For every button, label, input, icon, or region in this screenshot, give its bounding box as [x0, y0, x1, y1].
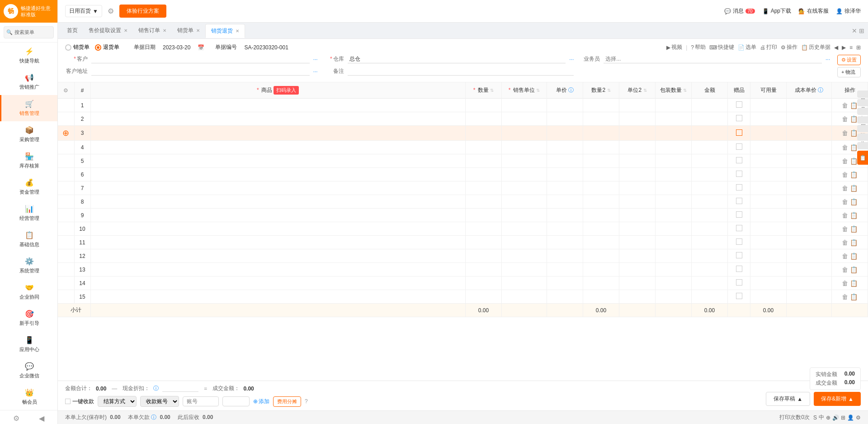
- tab-sales-delivery-close[interactable]: ✕: [196, 28, 200, 33]
- delete-row-button[interactable]: 🗑: [842, 239, 848, 246]
- nav-prev-button[interactable]: ◀: [834, 44, 838, 51]
- gift-checkbox[interactable]: [736, 184, 742, 191]
- gift-checkbox[interactable]: [736, 279, 742, 286]
- delete-row-button[interactable]: 🗑: [842, 171, 848, 178]
- search-menu-button[interactable]: 🔍 搜索菜单: [4, 26, 54, 38]
- rsb-collection-button[interactable]: 收: [857, 133, 868, 141]
- gift-checkbox[interactable]: [736, 225, 742, 231]
- gift-checkbox[interactable]: [736, 198, 742, 204]
- gift-checkbox[interactable]: [736, 266, 742, 272]
- fee-distribution-button[interactable]: 费用分摊: [273, 396, 301, 407]
- user-menu-button[interactable]: 👤 徐泽华: [836, 7, 861, 15]
- col-gear[interactable]: ⚙: [58, 82, 74, 99]
- delete-row-button[interactable]: 🗑: [842, 185, 848, 192]
- remark-input[interactable]: [348, 67, 574, 76]
- radio-return[interactable]: 退货单: [95, 43, 119, 51]
- warehouse-picker-button[interactable]: ···: [569, 56, 574, 62]
- print-button[interactable]: 🖨 打印: [760, 43, 777, 51]
- column-settings-icon[interactable]: ⚙: [63, 87, 68, 94]
- settings-side-button[interactable]: ⚙ 设置: [837, 55, 861, 65]
- shortcut-button[interactable]: ⌨ 快捷键: [709, 43, 734, 51]
- sidebar-item-operations[interactable]: 📊 经营管理: [0, 200, 57, 226]
- staff-picker-button[interactable]: ···: [826, 56, 830, 62]
- tab-home[interactable]: 首页: [61, 24, 83, 37]
- copy-row-button[interactable]: 📋: [850, 144, 858, 151]
- row-product-cell[interactable]: [90, 112, 466, 126]
- staff-input[interactable]: [604, 55, 822, 63]
- gift-checkbox[interactable]: [736, 252, 742, 258]
- copy-row-button[interactable]: 📋: [850, 225, 858, 233]
- footer-icon-3[interactable]: ⊕: [826, 414, 830, 421]
- qty2-sort-icon[interactable]: ⇅: [607, 88, 611, 93]
- close-all-tabs-button[interactable]: ✕: [852, 27, 857, 34]
- payment-account-input[interactable]: [183, 396, 219, 406]
- experience-btn[interactable]: 体验行业方案: [119, 5, 166, 18]
- one-click-payment-check[interactable]: 一键收款: [65, 398, 94, 405]
- add-row-button[interactable]: ⊕: [62, 129, 69, 138]
- sidebar-item-shortcut[interactable]: ⚡ 快捷导航: [0, 43, 57, 69]
- company-selector[interactable]: 日用百货 ▼: [65, 5, 102, 17]
- address-picker-button[interactable]: ···: [313, 68, 318, 75]
- gift-checkbox[interactable]: [736, 211, 742, 218]
- customer-picker-button[interactable]: ···: [313, 56, 318, 62]
- delete-row-button[interactable]: 🗑: [842, 144, 848, 151]
- gift-checkbox[interactable]: [736, 101, 742, 108]
- copy-row-button[interactable]: 📋: [850, 252, 858, 260]
- radio-delivery[interactable]: 销货单: [65, 43, 90, 51]
- copy-row-button[interactable]: 📋: [850, 129, 858, 137]
- pack-sort-icon[interactable]: ⇅: [683, 88, 687, 93]
- sidebar-item-system[interactable]: ⚙️ 系统管理: [0, 252, 57, 279]
- grid-view-button[interactable]: ⊞: [856, 44, 861, 51]
- operate-button[interactable]: ⚙ 操作: [781, 43, 797, 51]
- nav-next-button[interactable]: ▶: [842, 44, 846, 51]
- tab-price-settings-close[interactable]: ✕: [124, 28, 127, 33]
- cost-price-info-icon[interactable]: ⓘ: [818, 87, 823, 93]
- gift-checkbox[interactable]: [736, 143, 742, 150]
- product-input-active[interactable]: [94, 130, 463, 136]
- app-download-button[interactable]: 📱 App下载: [762, 7, 791, 15]
- copy-row-button[interactable]: 📋: [850, 157, 858, 165]
- delete-row-button[interactable]: 🗑: [842, 129, 848, 137]
- rsb-note-button[interactable]: 日: [857, 91, 868, 98]
- tab-price-settings[interactable]: 售价提取设置 ✕: [83, 24, 133, 37]
- copy-row-button[interactable]: 📋: [850, 280, 858, 287]
- copy-row-button[interactable]: 📋: [850, 115, 858, 123]
- footer-icon-4[interactable]: 🔊: [832, 414, 839, 421]
- footer-icon-2[interactable]: 中: [819, 414, 824, 421]
- list-view-button[interactable]: ≡: [849, 44, 853, 51]
- video-help-button[interactable]: ▶ 视频: [666, 43, 682, 51]
- sidebar-item-basic[interactable]: 📋 基础信息: [0, 226, 57, 252]
- online-service-button[interactable]: 💁 在线客服: [798, 7, 829, 15]
- topbar-gear-icon[interactable]: ⚙: [108, 7, 114, 15]
- sidebar-item-sales[interactable]: 🛒 销售管理: [0, 95, 57, 121]
- sidebar-item-inventory[interactable]: 🏪 库存核算: [0, 148, 57, 174]
- footer-icon-1[interactable]: S: [813, 414, 817, 421]
- unit-sort-icon[interactable]: ⇅: [536, 88, 540, 93]
- history-button[interactable]: 📋 历史单据: [801, 43, 830, 51]
- account-select[interactable]: 收款账号: [140, 396, 179, 407]
- calendar-icon[interactable]: 📅: [198, 44, 204, 51]
- tab-sales-return[interactable]: 销货退货 ✕: [205, 24, 245, 38]
- one-click-checkbox[interactable]: [65, 399, 71, 404]
- sidebar-item-weixin[interactable]: 💬 企业微信: [0, 357, 57, 384]
- copy-row-button[interactable]: 📋: [850, 198, 858, 205]
- save-and-new-button[interactable]: 保存&新增 ▲: [814, 392, 861, 406]
- gift-checkbox[interactable]: [736, 293, 742, 299]
- delete-row-button[interactable]: 🗑: [842, 102, 848, 109]
- footer-icon-5[interactable]: ⊞: [841, 414, 845, 421]
- copy-row-button[interactable]: 📋: [850, 239, 858, 246]
- gift-checkbox[interactable]: [736, 238, 742, 245]
- delete-row-button[interactable]: 🗑: [842, 198, 848, 205]
- gift-checkbox-active[interactable]: [736, 129, 742, 136]
- copy-row-button[interactable]: 📋: [850, 266, 858, 273]
- rsb-attachment-button[interactable]: 附: [857, 125, 868, 132]
- rsb-year-button[interactable]: 年: [857, 108, 868, 115]
- copy-row-button[interactable]: 📋: [850, 102, 858, 109]
- expand-tabs-button[interactable]: ⊞: [859, 27, 864, 34]
- rsb-approval-button[interactable]: 审: [857, 142, 868, 149]
- rsb-history-button[interactable]: 历: [857, 116, 868, 124]
- tab-sales-order[interactable]: 销售订单 ✕: [133, 24, 172, 37]
- save-draft-button[interactable]: 保存草稿 ▲: [766, 392, 810, 406]
- rsb-orange-button[interactable]: 📋: [857, 151, 868, 165]
- copy-row-button[interactable]: 📋: [850, 212, 858, 219]
